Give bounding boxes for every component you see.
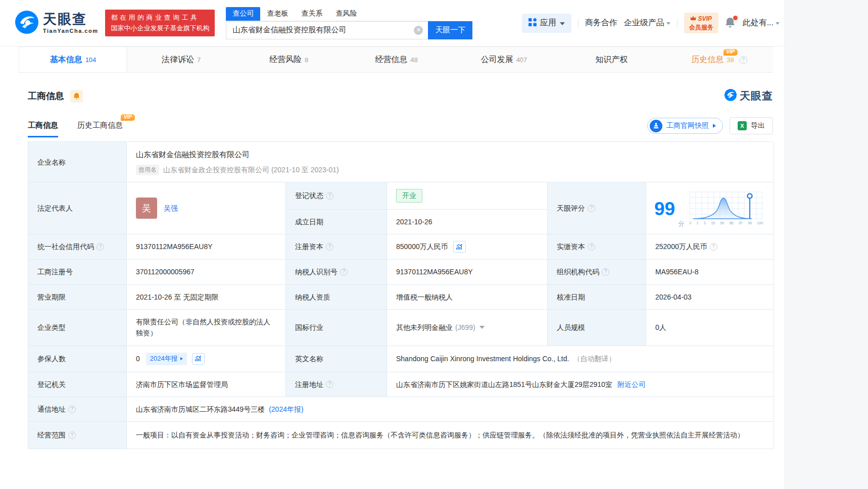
status-badge: 开业 bbox=[396, 189, 422, 202]
trend-chart-icon[interactable] bbox=[453, 241, 466, 253]
field-label: 天眼评分 bbox=[548, 182, 646, 234]
apps-label: 应用 bbox=[540, 18, 556, 28]
org-code: MA956EAU-8 bbox=[646, 260, 774, 284]
field-label: 企业类型 bbox=[28, 310, 127, 346]
notification-dot-badge bbox=[733, 16, 738, 20]
help-icon[interactable] bbox=[588, 205, 595, 212]
business-info-section: 工商信息 天眼查 工商信息 历史工商信息 VIP bbox=[28, 89, 773, 449]
bell-icon bbox=[73, 92, 80, 100]
notification-bell[interactable] bbox=[725, 17, 736, 29]
established-date: 2021-10-26 bbox=[387, 210, 548, 234]
chevron-down-icon[interactable] bbox=[479, 326, 485, 329]
nav-enterprise[interactable]: 企业级产品 bbox=[624, 18, 670, 28]
logo-domain: TianYanCha.com bbox=[43, 28, 98, 34]
search-box: ✕ 天眼一下 bbox=[226, 21, 472, 39]
insured-count: 0 bbox=[136, 353, 140, 364]
tab-operation-info[interactable]: 经营信息48 bbox=[343, 47, 450, 72]
registered-address: 山东省济南市历下区姚家街道山左路1851号山东财金大厦29层2910室 bbox=[396, 379, 612, 390]
apps-menu[interactable]: 应用 bbox=[522, 14, 571, 33]
subtab-row: 工商信息 历史工商信息 VIP 工商官网快照 X 导出 bbox=[28, 114, 773, 137]
crown-icon bbox=[690, 15, 696, 23]
trend-chart-icon[interactable] bbox=[192, 353, 205, 365]
help-icon[interactable] bbox=[97, 243, 104, 251]
field-label: 统一社会信用代码 bbox=[28, 234, 127, 260]
field-label: 经营范围 bbox=[28, 422, 127, 449]
clear-search-icon[interactable]: ✕ bbox=[414, 26, 423, 35]
help-icon[interactable] bbox=[68, 431, 76, 439]
approved-date: 2026-04-03 bbox=[646, 285, 774, 310]
search-tab-risk[interactable]: 查风险 bbox=[329, 7, 363, 21]
staff-size: 0人 bbox=[646, 310, 774, 346]
help-icon[interactable] bbox=[68, 406, 76, 413]
chevron-down-icon bbox=[666, 22, 670, 25]
status-cell: 开业 bbox=[387, 182, 548, 209]
tab-legal[interactable]: 法律诉讼7 bbox=[127, 47, 235, 72]
tab-intellectual-property[interactable]: 知识产权 bbox=[558, 47, 665, 72]
field-label: 组织机构代码 bbox=[548, 260, 646, 284]
help-icon[interactable] bbox=[326, 243, 333, 251]
industry: 其他未列明金融业 bbox=[396, 322, 453, 333]
nav-cooperation[interactable]: 商务合作 bbox=[585, 18, 617, 28]
help-icon[interactable] bbox=[588, 243, 595, 251]
tab-basic-info[interactable]: 基本信息104 bbox=[19, 47, 127, 72]
field-label: 营业期限 bbox=[28, 285, 127, 310]
arrow-right-icon bbox=[713, 124, 716, 128]
field-label: 纳税人识别号 bbox=[286, 260, 387, 284]
annual-report-link[interactable]: (2024年报) bbox=[269, 404, 303, 415]
excel-icon: X bbox=[738, 121, 747, 130]
help-icon[interactable] bbox=[326, 192, 333, 200]
slogan-line1: 都在用的商业查询工具 bbox=[111, 13, 209, 23]
legal-rep-link[interactable]: 吴强 bbox=[164, 203, 178, 214]
subtab-business-info[interactable]: 工商信息 bbox=[28, 121, 58, 137]
slogan-banner: 都在用的商业查询工具 国家中小企业发展子基金旗下机构 bbox=[105, 10, 215, 36]
subtab-history-business-info[interactable]: 历史工商信息 VIP bbox=[77, 121, 123, 137]
vip-badge: VIP bbox=[121, 114, 135, 121]
search-input[interactable] bbox=[226, 21, 428, 39]
company-name: 山东省财金信融投资控股有限公司 bbox=[136, 149, 764, 161]
credit-code: 91370112MA956EAU8Y bbox=[127, 234, 286, 260]
help-icon[interactable] bbox=[710, 243, 717, 251]
section-title: 工商信息 bbox=[28, 90, 64, 102]
search-tab-company[interactable]: 查公司 bbox=[226, 7, 260, 21]
tianyancha-logo[interactable]: 天眼查 TianYanCha.com bbox=[15, 11, 98, 36]
field-label: 企业名称 bbox=[28, 142, 127, 182]
company-name-cell: 山东省财金信融投资控股有限公司 曾用名 山东省财金政企投资控股有限公司 (202… bbox=[127, 142, 774, 182]
help-icon[interactable] bbox=[602, 268, 609, 276]
help-icon[interactable] bbox=[340, 268, 348, 276]
tianyancha-logo-icon bbox=[15, 11, 38, 36]
arrow-right-icon bbox=[180, 357, 183, 360]
field-label: 纳税人资质 bbox=[286, 285, 387, 310]
help-icon[interactable] bbox=[740, 56, 747, 64]
insured-cell: 0 2024年报 bbox=[127, 346, 286, 372]
reg-capital: 850000万人民币 bbox=[396, 241, 448, 252]
field-label: 注册地址 bbox=[286, 372, 387, 397]
slogan-line2: 国家中小企业发展子基金旗下机构 bbox=[111, 23, 209, 33]
score-distribution-chart: 0131550859799100 bbox=[689, 191, 763, 226]
divider bbox=[578, 19, 578, 27]
export-button[interactable]: X 导出 bbox=[730, 117, 773, 134]
search-tab-relation[interactable]: 查关系 bbox=[295, 7, 329, 21]
help-icon[interactable] bbox=[326, 380, 333, 388]
former-name-badge: 曾用名 bbox=[136, 165, 159, 175]
subscribe-bell-button[interactable] bbox=[70, 90, 83, 103]
tab-history-info[interactable]: 历史信息38 VIP bbox=[665, 47, 773, 72]
tab-company-development[interactable]: 公司发展407 bbox=[450, 47, 558, 72]
company-type: 有限责任公司（非自然人投资或控股的法人独资） bbox=[127, 310, 286, 346]
vip-badge: VIP bbox=[724, 49, 738, 56]
reg-capital-cell: 850000万人民币 bbox=[387, 234, 548, 260]
english-name-cell: Shandong Caijin Xinrong Investment Holdi… bbox=[387, 346, 774, 372]
avatar[interactable]: 吴 bbox=[136, 198, 157, 219]
stamp-icon bbox=[650, 120, 662, 132]
svip-sub-label: 会员服务 bbox=[689, 23, 713, 31]
company-tabs: 基本信息104 法律诉讼7 经营风险8 经营信息48 公司发展407 知识产权 … bbox=[19, 46, 773, 73]
svip-badge[interactable]: SVIP 会员服务 bbox=[684, 13, 718, 33]
tab-operation-risk[interactable]: 经营风险8 bbox=[235, 47, 343, 72]
user-menu[interactable]: 此处有... bbox=[743, 18, 780, 28]
nearby-companies-link[interactable]: 附近公司 bbox=[617, 379, 646, 390]
registry: 济南市历下区市场监督管理局 bbox=[127, 372, 286, 397]
official-snapshot-button[interactable]: 工商官网快照 bbox=[647, 118, 723, 134]
search-tab-boss[interactable]: 查老板 bbox=[260, 7, 295, 21]
mailing-cell: 山东省济南市历城区二环东路3449号三楼 (2024年报) bbox=[127, 397, 774, 422]
search-button[interactable]: 天眼一下 bbox=[428, 21, 472, 39]
annual-report-badge[interactable]: 2024年报 bbox=[146, 353, 187, 365]
